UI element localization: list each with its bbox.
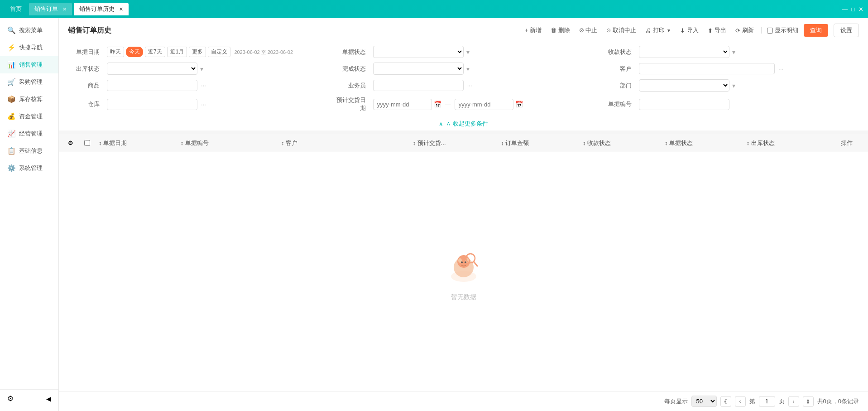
page-num-input[interactable] [759,396,775,407]
complete-status-select[interactable] [373,63,464,75]
sidebar-item-ops-mgmt[interactable]: 📈 经营管理 [0,125,58,142]
th-action: 操作 [837,139,864,147]
th-checkbox[interactable] [79,140,95,146]
delivery-date-from-calendar-icon[interactable]: 📅 [434,101,441,108]
sidebar-item-purchase-mgmt-label: 采购管理 [19,78,43,86]
print-button[interactable]: 🖨 🖨 打印 打印 ▼ [643,25,673,35]
date-btn-yesterday[interactable]: 昨天 [107,47,124,57]
show-detail-checkbox[interactable] [767,28,773,34]
pay-status-label: 收款状态 [600,48,632,56]
top-bar: 首页 销售订单 ✕ 销售订单历史 ✕ — □ ✕ [0,0,868,18]
th-settings[interactable]: ⚙ [62,140,79,146]
sidebar-collapse-icon[interactable]: ◀ [46,395,51,402]
tab-sales-history-close[interactable]: ✕ [119,6,123,12]
page-unit: 页 [779,397,785,406]
customer-input[interactable] [639,63,775,74]
sidebar-item-capital-mgmt[interactable]: 💰 资金管理 [0,108,58,125]
page-last-btn[interactable]: ⟫ [803,396,814,407]
order-no-label: 单据编号 [600,100,632,108]
sidebar-item-sales-mgmt[interactable]: 📊 销售管理 [0,56,58,73]
collapse-conditions-btn[interactable]: ∧ ∧ 收起更多条件 [439,117,488,131]
sidebar-item-ops-mgmt-label: 经营管理 [19,130,43,138]
page-prev-btn[interactable]: ‹ [735,396,746,407]
date-btn-more[interactable]: 更多 [189,47,206,57]
sales-person-ellipsis[interactable]: ··· [465,82,474,89]
pay-status-select[interactable] [639,46,729,58]
tab-home[interactable]: 首页 [5,3,27,15]
delivery-date-to-calendar-icon[interactable]: 📅 [515,101,523,108]
th-delivery[interactable]: ↕ 预计交货... [409,139,498,147]
inventory-check-icon: 📦 [7,95,15,103]
date-btn-custom[interactable]: 自定义 [208,47,230,57]
page-size-select[interactable]: 50 10 20 100 [691,396,717,407]
delete-button[interactable]: 🗑 删除 [549,25,572,35]
date-btn-7days[interactable]: 近7天 [145,47,165,57]
order-no-control [639,99,859,110]
stock-out-status-select[interactable] [107,63,197,75]
delivery-date-from[interactable] [373,99,432,110]
th-action-label: 操作 [841,139,853,147]
window-maximize[interactable]: □ [851,6,855,13]
collapse-icon: ∧ [439,121,443,127]
select-all-checkbox[interactable] [84,140,90,146]
sidebar-item-search-menu[interactable]: 🔍 搜索菜单 [0,22,58,39]
warehouse-input[interactable] [107,99,197,110]
stock-out-status-control: ▾ [107,63,327,75]
print-dropdown-icon[interactable]: ▼ [667,28,671,33]
sales-person-input[interactable] [373,80,464,91]
sidebar-item-quick-nav[interactable]: ⚡ 快捷导航 [0,39,58,56]
settings-button[interactable]: 设置 [834,24,859,37]
th-stock-status[interactable]: ↕ 出库状态 [743,139,837,147]
refresh-button[interactable]: ⟳ 刷新 [734,25,756,35]
warehouse-ellipsis[interactable]: ··· [199,101,208,108]
page-size-label: 每页显示 [664,397,688,406]
sidebar-item-system-mgmt-label: 系统管理 [19,164,43,172]
sidebar-item-system-mgmt[interactable]: ⚙️ 系统管理 [0,160,58,177]
window-minimize[interactable]: — [842,6,848,13]
page-label: 第 [749,397,755,406]
dept-control: ▾ [639,79,859,92]
th-date[interactable]: ↕ 单据日期 [95,139,177,147]
sidebar-settings-icon[interactable]: ⚙ [7,394,14,403]
sidebar-item-basic-info[interactable]: 📋 基础信息 [0,142,58,160]
page-next-btn[interactable]: › [788,396,799,407]
page-first-btn[interactable]: ⟪ [720,396,731,407]
product-input[interactable] [107,80,197,91]
warehouse-control: ··· [107,99,327,110]
th-amount[interactable]: ↕ 订单金额 [497,139,579,147]
show-detail-checkbox-label[interactable]: 显示明细 [767,26,798,34]
date-btn-1month[interactable]: 近1月 [167,47,187,57]
table-settings-icon[interactable]: ⚙ [68,140,73,146]
th-order-no[interactable]: ↕ 单据编号 [177,139,278,147]
window-close[interactable]: ✕ [858,6,863,13]
date-control: 昨天 今天 近7天 近1月 更多 自定义 2023-06-02 至 2023-0… [107,47,327,57]
order-no-input[interactable] [639,99,729,110]
tab-sales-order-close[interactable]: ✕ [62,6,67,12]
date-btn-today[interactable]: 今天 [126,47,143,57]
customer-ellipsis[interactable]: ··· [777,65,785,72]
th-pay-status[interactable]: ↕ 收款状态 [579,139,661,147]
sidebar-item-inventory-check-label: 库存核算 [19,95,43,103]
sidebar-item-purchase-mgmt[interactable]: 🛒 采购管理 [0,73,58,91]
empty-illustration [441,242,486,288]
tab-sales-order[interactable]: 销售订单 ✕ [29,3,72,15]
sidebar-item-basic-info-label: 基础信息 [19,147,43,155]
date-separator: — [443,101,453,108]
delivery-date-to[interactable] [455,99,513,110]
cancel-stop-button[interactable]: ⊙ 取消中止 [604,25,638,35]
th-customer[interactable]: ↕ 客户 [278,139,409,147]
order-status-select[interactable] [373,46,464,58]
svg-line-8 [474,261,477,266]
sidebar-item-inventory-check[interactable]: 📦 库存核算 [0,91,58,108]
tab-sales-history[interactable]: 销售订单历史 ✕ [74,3,129,15]
th-order-status[interactable]: ↕ 单据状态 [661,139,743,147]
stop-button[interactable]: ⊘ 中止 [577,25,599,35]
query-button[interactable]: 查询 [804,24,828,37]
import-button[interactable]: ⬇ 导入 [678,25,700,35]
export-button[interactable]: ⬆ 导出 [706,25,728,35]
date-label: 单据日期 [68,48,100,56]
dept-select[interactable] [639,79,729,92]
filter-row-2: 出库状态 ▾ 完成状态 ▾ 客户 ··· [68,63,859,75]
product-ellipsis[interactable]: ··· [199,82,208,89]
new-button[interactable]: + 新增 [523,25,543,35]
